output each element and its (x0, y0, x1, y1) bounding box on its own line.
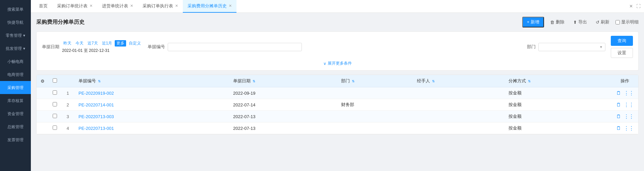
search-bar: 单据日期 昨天 今天 近7天 近1月 更多 自定义 2022-01-01 至 2… (36, 31, 639, 71)
row-handler (413, 87, 504, 99)
sidebar-item-电商管理[interactable]: 电商管理 (0, 68, 31, 81)
row-gear-icon[interactable] (37, 99, 49, 111)
more-action-icon[interactable]: ⋮⋮ (624, 125, 634, 131)
row-checkbox-cell[interactable] (49, 111, 61, 122)
more-action-icon[interactable]: ⋮⋮ (624, 102, 634, 108)
row-doc-no[interactable]: PE-20220713-001 (74, 122, 229, 134)
row-doc-date: 2022-07-14 (229, 99, 337, 111)
date-range-text: 2022-01-01 至 2022-12-31 (62, 48, 142, 54)
row-dept: 财务部 (337, 99, 413, 111)
row-num: 4 (61, 122, 74, 134)
row-checkbox[interactable] (53, 90, 57, 95)
row-actions: 🗒 ⋮⋮ (611, 87, 638, 99)
date-label: 单据日期 (42, 44, 59, 50)
table-header-row: ⚙ 单据编号 ⇅ 单据日期 ⇅ 部门 ⇅ 经手人 ⇅ 分摊方式 ⇅ 操作 (37, 75, 638, 87)
shortcut-1month[interactable]: 近1月 (101, 40, 114, 47)
row-gear-icon[interactable] (37, 111, 49, 122)
view-action-icon[interactable]: 🗒 (616, 90, 621, 96)
query-button[interactable]: 查询 (611, 36, 633, 46)
more-action-icon[interactable]: ⋮⋮ (624, 113, 634, 119)
doc-no-label: 单据编号 (148, 44, 165, 50)
close-window-icon[interactable]: ✕ (629, 4, 633, 9)
page-title-row: 采购费用分摊单历史 + 新增 🗑 删除 ⬆ 导出 ↺ 刷新 显示明细 (36, 17, 639, 27)
row-doc-no[interactable]: PE-20220714-001 (74, 99, 229, 111)
add-button[interactable]: + 新增 (522, 17, 544, 27)
row-split-method: 按金额 (504, 122, 611, 134)
sidebar-item-发票管理[interactable]: 发票管理 (0, 133, 31, 146)
export-button[interactable]: ⬆ 导出 (571, 18, 590, 26)
table-checkbox-header[interactable] (49, 75, 61, 87)
tab-采购订单执行表[interactable]: 采购订单执行表✕ (138, 0, 183, 13)
data-table: ⚙ 单据编号 ⇅ 单据日期 ⇅ 部门 ⇅ 经手人 ⇅ 分摊方式 ⇅ 操作 1 P… (36, 75, 639, 135)
sidebar-item-搜索菜单[interactable]: 搜索菜单 (0, 3, 31, 16)
table-docno-header[interactable]: 单据编号 ⇅ (74, 75, 229, 87)
more-action-icon[interactable]: ⋮⋮ (624, 90, 634, 96)
doc-no-input[interactable] (168, 43, 302, 51)
tab-进货单统计表[interactable]: 进货单统计表✕ (97, 0, 138, 13)
table-gear-header[interactable]: ⚙ (37, 75, 49, 87)
row-split-method: 按金额 (504, 87, 611, 99)
sidebar-item-资金管理[interactable]: 资金管理 (0, 107, 31, 120)
date-field: 单据日期 昨天 今天 近7天 近1月 更多 自定义 2022-01-01 至 2… (42, 40, 142, 54)
expand-more-btn[interactable]: ∨ 展开更多条件 (42, 61, 633, 66)
shortcut-custom[interactable]: 自定义 (127, 40, 142, 47)
sidebar-item-快捷导航[interactable]: 快捷导航 (0, 16, 31, 29)
search-action-btns: 查询 设置 (611, 36, 633, 58)
date-shortcuts: 昨天 今天 近7天 近1月 更多 自定义 2022-01-01 至 2022-1… (62, 40, 142, 54)
tab-采购费用分摊单历史[interactable]: 采购费用分摊单历史✕ (183, 0, 236, 13)
row-gear-icon[interactable] (37, 122, 49, 134)
tab-采购订单统计表[interactable]: 采购订单统计表✕ (52, 0, 97, 13)
sidebar-item-总账管理[interactable]: 总账管理 (0, 120, 31, 133)
shortcut-7days[interactable]: 近7天 (86, 40, 99, 47)
row-gear-icon[interactable] (37, 87, 49, 99)
table-date-header[interactable]: 单据日期 ⇅ (229, 75, 337, 87)
row-checkbox-cell[interactable] (49, 99, 61, 111)
row-checkbox[interactable] (53, 102, 57, 106)
shortcut-yesterday[interactable]: 昨天 (62, 40, 73, 47)
sidebar-item-小畅电商[interactable]: 小畅电商 (0, 55, 31, 68)
row-checkbox[interactable] (53, 125, 57, 130)
sidebar-item-零售管理[interactable]: 零售管理 ▾ (0, 29, 31, 42)
delete-button[interactable]: 🗑 删除 (547, 18, 567, 26)
row-num: 2 (61, 99, 74, 111)
view-action-icon[interactable]: 🗒 (616, 113, 621, 119)
close-tab-icon[interactable]: ✕ (90, 4, 93, 8)
table-row: 2 PE-20220714-001 2022-07-14 财务部 按金额 🗒 ⋮… (37, 99, 638, 111)
table-handler-header[interactable]: 经手人 ⇅ (413, 75, 504, 87)
row-doc-no[interactable]: PE-20220713-003 (74, 111, 229, 122)
refresh-button[interactable]: ↺ 刷新 (593, 18, 612, 26)
dept-select[interactable]: 财务部 (538, 43, 605, 51)
row-doc-date: 2022-09-19 (229, 87, 337, 99)
close-tab-icon[interactable]: ✕ (130, 4, 133, 8)
refresh-icon: ↺ (596, 20, 599, 25)
shortcut-more[interactable]: 更多 (115, 40, 126, 47)
sidebar-item-库存核算[interactable]: 库存核算 (0, 94, 31, 107)
show-cols-toggle[interactable]: 显示明细 (615, 19, 639, 25)
page-title: 采购费用分摊单历史 (36, 19, 85, 26)
table-dept-header[interactable]: 部门 ⇅ (337, 75, 413, 87)
sidebar-item-采购管理[interactable]: 采购管理 (0, 81, 31, 94)
search-settings-button[interactable]: 设置 (611, 48, 633, 58)
expand-icon: ∨ (323, 61, 326, 66)
view-action-icon[interactable]: 🗒 (616, 102, 621, 108)
row-checkbox-cell[interactable] (49, 122, 61, 134)
maximize-window-icon[interactable]: ⛶ (636, 4, 641, 9)
row-split-method: 按金额 (504, 99, 611, 111)
row-checkbox-cell[interactable] (49, 87, 61, 99)
close-tab-icon[interactable]: ✕ (175, 4, 178, 8)
sidebar-item-批发管理[interactable]: 批发管理 ▾ (0, 42, 31, 55)
table-action-header: 操作 (611, 75, 638, 87)
row-doc-date: 2022-07-13 (229, 122, 337, 134)
search-row: 单据日期 昨天 今天 近7天 近1月 更多 自定义 2022-01-01 至 2… (42, 36, 633, 58)
shortcut-today[interactable]: 今天 (74, 40, 85, 47)
table-row: 3 PE-20220713-003 2022-07-13 按金额 🗒 ⋮⋮ (37, 111, 638, 122)
row-checkbox[interactable] (53, 114, 57, 118)
show-cols-checkbox[interactable] (615, 20, 620, 24)
view-action-icon[interactable]: 🗒 (616, 125, 621, 131)
close-tab-icon[interactable]: ✕ (229, 4, 232, 8)
row-doc-no[interactable]: PE-20220919-002 (74, 87, 229, 99)
tab-首页[interactable]: 首页 (34, 0, 52, 13)
main-area: 首页采购订单统计表✕进货单统计表✕采购订单执行表✕采购费用分摊单历史✕ ✕ ⛶ … (31, 0, 644, 171)
table-splitmethod-header[interactable]: 分摊方式 ⇅ (504, 75, 611, 87)
select-all-checkbox[interactable] (53, 78, 57, 83)
